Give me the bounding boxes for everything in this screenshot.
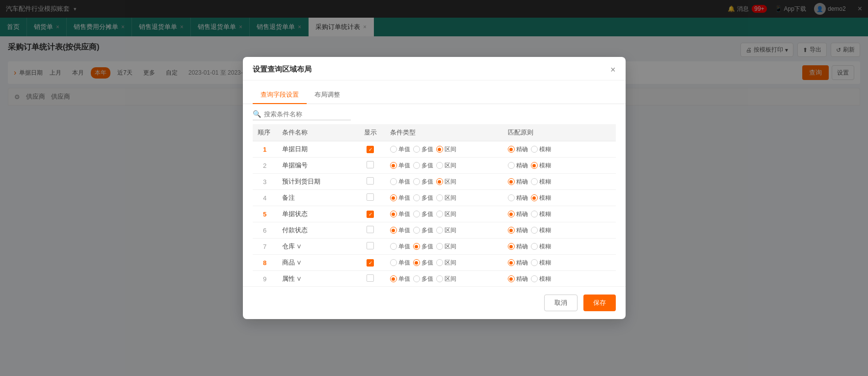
search-input[interactable] xyxy=(264,110,342,112)
dialog-close-btn[interactable]: × xyxy=(610,65,616,74)
settings-dialog: 设置查询区域布局 × 查询字段设置 布局调整 🔍 xyxy=(243,57,626,111)
search-box: 🔍 xyxy=(253,110,351,111)
search-icon: 🔍 xyxy=(253,110,261,111)
dialog-overlay: 设置查询区域布局 × 查询字段设置 布局调整 🔍 xyxy=(0,0,868,111)
dialog-header: 设置查询区域布局 × xyxy=(243,57,626,81)
tab-query-fields[interactable]: 查询字段设置 xyxy=(253,86,307,104)
dialog-search-area: 🔍 xyxy=(243,104,626,111)
dialog-tabs: 查询字段设置 布局调整 xyxy=(243,81,626,104)
tab-layout[interactable]: 布局调整 xyxy=(307,86,348,104)
dialog-title: 设置查询区域布局 xyxy=(253,65,312,74)
